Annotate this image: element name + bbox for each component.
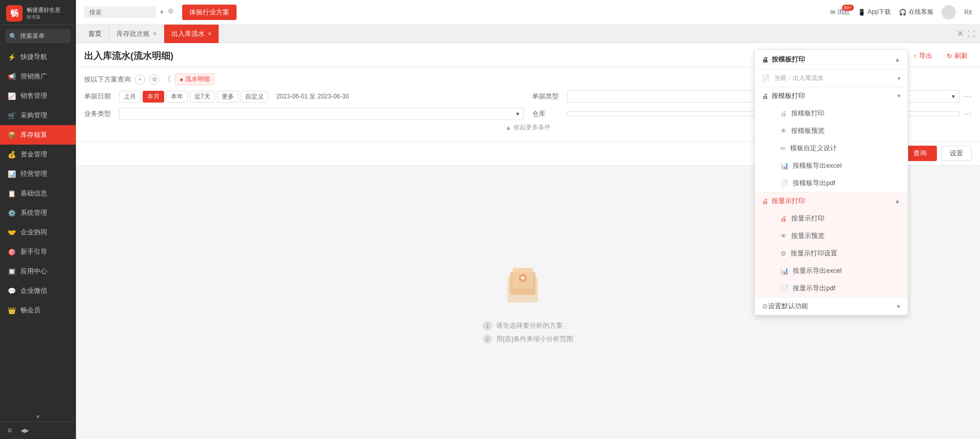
system-icon: ⚙️: [7, 208, 16, 217]
sidebar-item-operations[interactable]: 📊 经营管理: [0, 164, 76, 184]
tab-inout-flow-close[interactable]: ×: [208, 30, 211, 37]
collapse-more-button[interactable]: ▲ 收起更多条件: [505, 123, 551, 132]
sidebar-logo: 畅 畅捷通好生意 标准版: [0, 0, 76, 25]
empty-hints: 1 请先选择要分析的方案 2 用[选]条件来缩小分析范围: [483, 321, 573, 344]
industry-solution-button[interactable]: 体验行业方案: [182, 5, 237, 20]
dropdown-section-template: 🖨 按模板打印 ▾ 🖨 按模板打印 👁 按模板预览 ✏ 模板自定义设计 📊 按模…: [755, 87, 908, 192]
tab-inout-flow[interactable]: 出入库流水 ×: [164, 25, 219, 43]
sidebar-item-purchase[interactable]: 🛒 采购管理: [0, 106, 76, 125]
marketing-icon: 📢: [7, 72, 16, 81]
tabs-right-actions: ✕ ⛶: [957, 29, 975, 38]
dropdown-template-export-pdf[interactable]: 📄 按模板导出pdf: [755, 174, 908, 192]
export-button[interactable]: ↑ 导出: [910, 49, 937, 63]
members-icon: 👑: [7, 306, 16, 315]
dropdown-template-export-excel[interactable]: 📊 按模板导出excel: [755, 157, 908, 174]
display-excel-icon: 📊: [780, 267, 789, 275]
dropdown-display-preview[interactable]: 👁 按显示预览: [755, 227, 908, 245]
date-custom[interactable]: 自定义: [241, 91, 268, 103]
printer-dropdown-icon: 🖨: [762, 56, 769, 64]
date-last-7[interactable]: 近7天: [190, 91, 215, 103]
settings-bottom-button[interactable]: ⚙: [7, 427, 12, 434]
date-current-year[interactable]: 本年: [166, 91, 188, 103]
purchase-icon: 🛒: [7, 111, 16, 120]
search-menu-button[interactable]: 🔍 搜索菜单: [5, 29, 71, 43]
template-preview-icon: 👁: [780, 127, 787, 135]
display-settings-icon: ⚙: [780, 250, 787, 257]
date-current-month[interactable]: 本月: [143, 91, 164, 103]
filter-add-button[interactable]: +: [135, 74, 145, 85]
set-button[interactable]: 设置: [941, 146, 972, 161]
sidebar-item-marketing[interactable]: 📢 营销推广: [0, 67, 76, 86]
sidebar-item-system[interactable]: ⚙️ 系统管理: [0, 203, 76, 223]
current-item-chevron: ▾: [897, 75, 900, 82]
tab-batch-accounts[interactable]: 库存批次账 ×: [109, 25, 164, 43]
sidebar-item-guide[interactable]: 🎯 新手引导: [0, 242, 76, 262]
sidebar-scroll-down[interactable]: ▼: [0, 412, 76, 422]
app-center-icon: 🔲: [7, 267, 16, 276]
template-pdf-icon: 📄: [780, 179, 789, 187]
dropdown-header-chevron: ▲: [894, 56, 900, 63]
date-more[interactable]: 更多: [217, 91, 239, 103]
refresh-button[interactable]: ↻ 刷新: [943, 49, 972, 63]
dropdown-display-export-pdf[interactable]: 📄 按显示导出pdf: [755, 280, 908, 297]
message-icon: ✉: [830, 9, 835, 16]
date-last-month[interactable]: 上月: [119, 91, 141, 103]
date-range-display: 2023-06-01 至 2023-06-30: [277, 92, 349, 101]
filter-settings-button[interactable]: ⚙: [149, 74, 160, 85]
basic-icon: 📋: [7, 189, 16, 198]
collapse-icon: ◀▶: [21, 427, 29, 434]
tabs-close-all-button[interactable]: ✕: [957, 29, 964, 38]
tab-batch-accounts-close[interactable]: ×: [153, 30, 156, 37]
date-buttons: 上月 本月 本年 近7天 更多 自定义: [119, 91, 268, 103]
sidebar-item-basic[interactable]: 📋 基础信息: [0, 184, 76, 203]
doc-type-more-button[interactable]: ···: [964, 92, 972, 101]
dropdown-section-display-header[interactable]: 🖨 按显示打印 ▲: [755, 192, 908, 210]
download-icon: 📱: [858, 9, 866, 16]
sidebar-item-members[interactable]: 👑 畅会员: [0, 301, 76, 320]
topbar: ▾ ⚙ 体验行业方案 ✉ 消息 99+ 📱 App下载 🎧 在线客服 Rit: [76, 0, 980, 25]
dropdown-display-export-excel[interactable]: 📊 按显示导出excel: [755, 262, 908, 280]
quick-nav-icon: ⚡: [7, 52, 16, 62]
topbar-dropdown-icon[interactable]: ▾: [160, 8, 164, 16]
sidebar-item-cooperation[interactable]: 🤝 企业协同: [0, 223, 76, 242]
topbar-search-input[interactable]: [84, 7, 156, 18]
active-filter-tag: ● 流水明细: [175, 73, 214, 85]
doc-type-label: 单据类型: [532, 92, 563, 101]
logo-text: 畅捷通好生意 标准版: [27, 6, 61, 21]
message-button[interactable]: ✉ 消息 99+: [830, 8, 850, 16]
dropdown-display-print-settings[interactable]: ⚙ 按显示打印设置: [755, 245, 908, 262]
print-section-icon: 🖨: [762, 92, 769, 100]
collapse-sidebar-button[interactable]: ◀▶: [21, 427, 29, 434]
sidebar-item-finance[interactable]: 💰 资金管理: [0, 145, 76, 164]
chevron-up-collapse-icon: ▲: [505, 124, 512, 131]
topbar-gear-icon[interactable]: ⚙: [168, 7, 178, 17]
tabs-expand-button[interactable]: ⛶: [968, 30, 975, 38]
dropdown-template-print[interactable]: 🖨 按模板打印: [755, 105, 908, 122]
biz-type-select[interactable]: ▾: [119, 108, 524, 120]
template-section-chevron: ▾: [897, 92, 900, 99]
sidebar-item-app-center[interactable]: 🔲 应用中心: [0, 262, 76, 281]
dropdown-display-print[interactable]: 🖨 按显示打印: [755, 210, 908, 227]
sidebar-item-sales[interactable]: 📈 销售管理: [0, 86, 76, 106]
sidebar-item-inventory[interactable]: 📦 库存核算: [0, 125, 76, 145]
filter-collapse-button[interactable]: 《: [164, 75, 171, 84]
sidebar-item-wechat[interactable]: 💬 企业微信: [0, 281, 76, 301]
filter-label: 按以下方案查询: [84, 75, 131, 84]
print-dropdown-panel: 🖨 按模板打印 ▲ 📄 当前：出入库流水 ▾ 🖨 按模板打印 ▾ 🖨 按模板打印…: [754, 49, 908, 315]
sidebar-item-quick-nav[interactable]: ⚡ 快捷导航: [0, 47, 76, 67]
warehouse-more-button[interactable]: ···: [964, 109, 972, 118]
dropdown-current-item[interactable]: 📄 当前：出入库流水 ▾: [755, 70, 908, 87]
sidebar-nav: ⚡ 快捷导航 📢 营销推广 📈 销售管理 🛒 采购管理 📦 库存核算 💰 资金管…: [0, 47, 76, 412]
dropdown-template-customize[interactable]: ✏ 模板自定义设计: [755, 139, 908, 157]
inventory-icon: 📦: [7, 130, 16, 139]
display-section-title: 🖨 按显示打印: [762, 196, 805, 206]
page-title: 出入库流水(流水明细): [84, 50, 173, 62]
online-service-button[interactable]: 🎧 在线客服: [899, 8, 933, 16]
chevron-down-biz-icon: ▾: [516, 110, 519, 117]
dropdown-template-preview[interactable]: 👁 按模板预览: [755, 122, 908, 139]
topbar-right: ✉ 消息 99+ 📱 App下载 🎧 在线客服 Rit: [830, 5, 972, 19]
dropdown-section-template-header[interactable]: 🖨 按模板打印 ▾: [755, 87, 908, 105]
dropdown-footer[interactable]: ⚙ 设置默认功能 ▾: [755, 297, 908, 315]
tab-home[interactable]: 首页: [81, 25, 109, 43]
app-download-button[interactable]: 📱 App下载: [858, 8, 891, 16]
